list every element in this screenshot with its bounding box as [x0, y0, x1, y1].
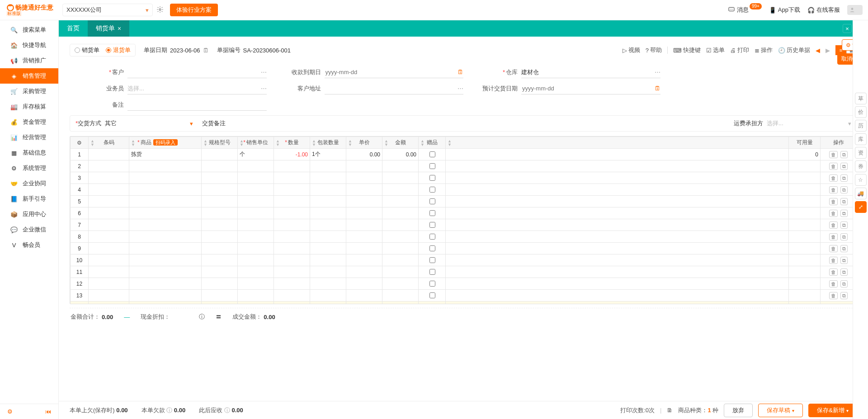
col-barcode[interactable]: ▲▼条码 [89, 137, 129, 149]
delete-row-icon[interactable]: 🗑 [829, 257, 838, 264]
collapse-nav-icon[interactable]: ⏮ [45, 408, 51, 415]
delete-row-icon[interactable]: 🗑 [829, 233, 838, 240]
copy-row-icon[interactable]: ⧉ [840, 163, 848, 170]
copy-row-icon[interactable]: ⧉ [840, 151, 848, 158]
copy-row-icon[interactable]: ⧉ [840, 292, 848, 299]
copy-row-icon[interactable]: ⧉ [840, 233, 848, 240]
avatar[interactable] [847, 5, 863, 15]
settings-icon[interactable]: ⚙ [71, 137, 89, 149]
gift-checkbox[interactable] [429, 151, 435, 157]
right-strip-item-8[interactable]: ⤢ [855, 201, 867, 213]
tab-close-all-icon[interactable]: × [843, 24, 852, 33]
gift-checkbox[interactable] [429, 163, 435, 169]
sidebar-item-11[interactable]: 📘新手引导 [0, 191, 58, 207]
close-icon[interactable]: × [118, 25, 121, 32]
gift-checkbox[interactable] [429, 245, 435, 251]
company-select[interactable]: XXXXXX公司 ▾ [62, 4, 153, 16]
action-button[interactable]: ≣操作 [755, 46, 773, 54]
gift-checkbox[interactable] [429, 269, 435, 275]
sidebar-item-14[interactable]: V畅会员 [0, 237, 58, 253]
right-strip-item-7[interactable]: 🚚 [855, 188, 867, 199]
table-row[interactable]: 8 🗑⧉ [71, 231, 857, 243]
tab-home[interactable]: 首页 [59, 20, 88, 37]
sidebar-item-7[interactable]: 📊经营管理 [0, 130, 58, 145]
table-row[interactable]: 9 🗑⧉ [71, 243, 857, 254]
table-row[interactable]: 5 🗑⧉ [71, 196, 857, 207]
table-row[interactable]: 10 🗑⧉ [71, 254, 857, 266]
picker-icon[interactable]: ⋯ [261, 69, 267, 75]
freight-bearer-select[interactable]: 选择... ▾ [767, 119, 851, 127]
gift-checkbox[interactable] [429, 257, 435, 263]
delete-row-icon[interactable]: 🗑 [829, 198, 838, 205]
calendar-icon[interactable]: 🗓 [655, 85, 660, 92]
expect-date-input[interactable]: 🗓 [521, 83, 660, 94]
calendar-icon[interactable]: 🗓 [203, 47, 209, 54]
delete-row-icon[interactable]: 🗑 [829, 174, 838, 182]
next-page-icon[interactable]: ▶ [826, 47, 830, 54]
sidebar-item-2[interactable]: 📢营销推广 [0, 53, 58, 68]
copy-row-icon[interactable]: ⧉ [840, 186, 848, 193]
table-row[interactable]: 13 🗑⧉ [71, 290, 857, 301]
delivery-method-select[interactable]: 其它 ▾ [105, 119, 193, 127]
sidebar-item-3[interactable]: ◈销售管理 [0, 68, 58, 84]
copy-row-icon[interactable]: ⧉ [840, 257, 848, 264]
delete-row-icon[interactable]: 🗑 [829, 292, 838, 299]
right-strip-item-1[interactable]: 价 [855, 106, 867, 118]
gift-checkbox[interactable] [429, 198, 435, 204]
copy-row-icon[interactable]: ⧉ [840, 198, 848, 205]
table-row[interactable]: 1 拣货 个 -1.00 1个 0.00 0.00 0 🗑⧉ [71, 149, 857, 160]
customer-address-input[interactable]: ⋯ [325, 83, 464, 94]
copy-row-icon[interactable]: ⧉ [840, 268, 848, 276]
copy-row-icon[interactable]: ⧉ [840, 174, 848, 182]
col-unit[interactable]: ▲▼*销售单位 [238, 137, 274, 149]
copy-row-icon[interactable]: ⧉ [840, 245, 848, 252]
gift-checkbox[interactable] [429, 210, 435, 216]
print-button[interactable]: 🖨打印 [730, 46, 749, 54]
gift-checkbox[interactable] [429, 187, 435, 193]
table-row[interactable]: 4 🗑⧉ [71, 184, 857, 196]
due-date-input[interactable]: 🗓 [325, 66, 464, 78]
right-strip-item-2[interactable]: 历 [855, 120, 867, 132]
delete-row-icon[interactable]: 🗑 [829, 280, 838, 287]
copy-row-icon[interactable]: ⧉ [840, 280, 848, 287]
remark-input[interactable] [127, 99, 267, 111]
right-strip-item-4[interactable]: 资 [855, 147, 867, 159]
picker-icon[interactable]: ⋯ [655, 69, 660, 75]
gear-icon[interactable] [156, 6, 164, 14]
delete-row-icon[interactable]: 🗑 [829, 151, 838, 158]
gift-checkbox[interactable] [429, 175, 435, 181]
save-draft-button[interactable]: 保存草稿▾ [758, 404, 803, 417]
col-amount[interactable]: ▲▼金额 [382, 137, 419, 149]
sidebar-item-1[interactable]: 🏠快捷导航 [0, 38, 58, 53]
picker-icon[interactable]: ⋯ [458, 85, 463, 92]
right-strip-item-5[interactable]: 券 [855, 160, 867, 172]
delete-row-icon[interactable]: 🗑 [829, 245, 838, 252]
delete-row-icon[interactable]: 🗑 [829, 163, 838, 170]
sidebar-item-9[interactable]: ⚙系统管理 [0, 160, 58, 176]
app-download[interactable]: 📱 App下载 [769, 6, 800, 14]
radio-return[interactable]: 退货单 [106, 46, 131, 54]
gift-checkbox[interactable] [429, 292, 435, 298]
sidebar-item-12[interactable]: 📦应用中心 [0, 207, 58, 222]
sidebar-item-10[interactable]: 🤝企业协同 [0, 176, 58, 191]
try-industry-button[interactable]: 体验行业方案 [170, 4, 218, 16]
sidebar-item-8[interactable]: ▦基础信息 [0, 145, 58, 160]
table-row[interactable]: 11 🗑⧉ [71, 266, 857, 278]
table-row[interactable]: 12 🗑⧉ [71, 278, 857, 290]
table-row[interactable]: 2 🗑⧉ [71, 160, 857, 172]
help-button[interactable]: ?帮助 [646, 46, 662, 54]
radio-sales[interactable]: 销货单 [75, 46, 99, 54]
table-row[interactable]: 7 🗑⧉ [71, 219, 857, 231]
sidebar-item-5[interactable]: 🏭库存核算 [0, 99, 58, 114]
settings-gear-icon[interactable]: ⚙ [7, 408, 13, 415]
tab-sales-order[interactable]: 销货单 × [88, 20, 129, 37]
history-button[interactable]: 🕘历史单据 [778, 46, 810, 54]
abandon-button[interactable]: 放弃 [724, 404, 753, 417]
hotkey-button[interactable]: ⌨快捷键 [673, 46, 701, 54]
sidebar-item-0[interactable]: 🔍搜索菜单 [0, 22, 58, 38]
table-row[interactable]: 3 🗑⧉ [71, 172, 857, 184]
gift-checkbox[interactable] [429, 234, 435, 240]
col-qty[interactable]: ▲▼*数量 [274, 137, 310, 149]
col-available[interactable]: 可用量 [789, 137, 821, 149]
video-button[interactable]: ▷视频 [623, 46, 640, 54]
